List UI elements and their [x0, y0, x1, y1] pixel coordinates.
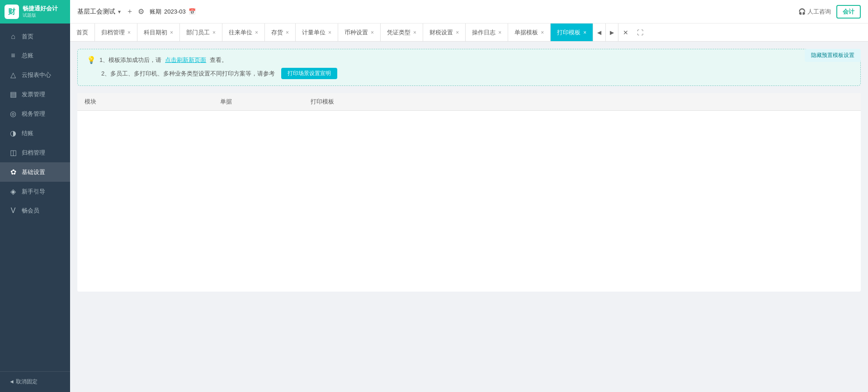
tab-close-operation-log[interactable]: ×	[498, 29, 501, 36]
tab-label: 归档管理	[101, 28, 125, 37]
calendar-icon[interactable]: 📅	[189, 8, 196, 15]
hide-template-btn[interactable]: 隐藏预置模板设置	[805, 49, 861, 62]
tab-label: 打印模板	[557, 28, 580, 37]
tab-scroll-left[interactable]: ◀	[593, 24, 606, 41]
tab-scroll-right[interactable]: ▶	[606, 24, 618, 41]
sidebar-unpin[interactable]: ◄ 取消固定	[0, 371, 70, 392]
tab-tax-settings[interactable]: 财税设置 ×	[423, 24, 466, 41]
period-display: 账期 2023-03 📅	[150, 8, 196, 16]
service-label: 人工咨询	[807, 8, 831, 16]
info-text-1-pre: 1、模板添加成功后，请	[99, 56, 161, 64]
topbar-action-buttons: ＋ ⚙	[126, 7, 144, 16]
sidebar-label-reports: 云报表中心	[22, 71, 51, 79]
sidebar-item-tax[interactable]: ◎ 税务管理	[0, 104, 70, 123]
tab-close-single-voucher[interactable]: ×	[541, 29, 544, 36]
service-button[interactable]: 🎧 人工咨询	[798, 8, 831, 16]
sidebar-label-guide: 新手引导	[22, 188, 45, 196]
sidebar-item-ledger[interactable]: ≡ 总账	[0, 46, 70, 65]
print-scene-btn[interactable]: 打印场景设置宣明	[281, 68, 337, 79]
sidebar-icon-close: ◑	[9, 129, 17, 137]
tabbar: 首页 归档管理 × 科目期初 × 部门员工 × 往来单位 × 存货 × 计量单位…	[70, 24, 868, 42]
tab-close-unit[interactable]: ×	[328, 29, 331, 36]
logo-subtitle: 试题版	[23, 12, 58, 19]
sidebar-label-ledger: 总账	[22, 52, 33, 60]
tab-subject-period[interactable]: 科目期初 ×	[137, 24, 180, 41]
tab-close-dept-staff[interactable]: ×	[212, 29, 216, 36]
period-value: 2023-03	[164, 8, 186, 15]
tab-label: 凭证类型	[387, 28, 410, 37]
tab-close-archive-mgmt[interactable]: ×	[127, 29, 131, 36]
tab-label: 币种设置	[344, 28, 368, 37]
kuaiji-button[interactable]: 会计	[836, 5, 861, 19]
info-box: 💡 1、模板添加成功后，请 点击刷新新页面 查看。 2、多员工、多打印机、多种业…	[77, 49, 861, 86]
tab-close-contact[interactable]: ×	[255, 29, 258, 36]
sidebar-navigation: ⌂ 首页 ≡ 总账 △ 云报表中心 ▤ 发票管理 ◎ 税务管理 ◑ 结账 ◫ 归…	[0, 24, 70, 371]
tab-operation-log[interactable]: 操作日志 ×	[466, 24, 508, 41]
bulb-icon: 💡	[87, 56, 96, 64]
sidebar-icon-reports: △	[9, 71, 17, 79]
sidebar-icon-home: ⌂	[9, 33, 17, 41]
sidebar-icon-invoice: ▤	[9, 90, 17, 99]
sidebar-item-guide[interactable]: ◈ 新手引导	[0, 182, 70, 201]
tab-label: 单据模板	[514, 28, 538, 37]
tab-home[interactable]: 首页	[70, 24, 95, 41]
content-wrapper: 隐藏预置模板设置 💡 1、模板添加成功后，请 点击刷新新页面 查看。 2、多员工…	[77, 49, 861, 292]
unpin-label: ◄ 取消固定	[9, 378, 38, 386]
sidebar-item-reports[interactable]: △ 云报表中心	[0, 65, 70, 85]
company-dropdown-icon[interactable]: ▾	[118, 9, 121, 15]
sidebar-label-archive: 归档管理	[22, 149, 45, 157]
info-text-1-post: 查看。	[210, 56, 227, 64]
tab-close-print-template[interactable]: ×	[583, 29, 586, 36]
sidebar-item-member[interactable]: V 畅会员	[0, 201, 70, 220]
sidebar-icon-archive: ◫	[9, 148, 17, 157]
main-area: 基层工会测试 ▾ ＋ ⚙ 账期 2023-03 📅 🎧 人工咨询 会计 首页 归…	[70, 0, 868, 392]
sidebar-label-tax: 税务管理	[22, 110, 45, 118]
tab-unit[interactable]: 计量单位 ×	[296, 24, 338, 41]
tab-label: 科目期初	[144, 28, 167, 37]
company-selector[interactable]: 基层工会测试 ▾	[77, 8, 121, 16]
sidebar-icon-guide: ◈	[9, 187, 17, 196]
tab-close-voucher-type[interactable]: ×	[413, 29, 416, 36]
sidebar-label-settings: 基础设置	[22, 168, 45, 176]
tab-label: 财税设置	[429, 28, 453, 37]
tab-currency[interactable]: 币种设置 ×	[338, 24, 381, 41]
col-header-module: 模块	[77, 93, 213, 110]
sidebar-item-invoice[interactable]: ▤ 发票管理	[0, 85, 70, 104]
sidebar-label-invoice: 发票管理	[22, 90, 45, 99]
period-label: 账期	[150, 8, 161, 16]
tab-close-tax-settings[interactable]: ×	[456, 29, 459, 36]
sidebar-item-settings[interactable]: ✿ 基础设置	[0, 162, 70, 182]
tab-label: 操作日志	[472, 28, 495, 37]
add-icon[interactable]: ＋	[126, 7, 133, 16]
sidebar-icon-ledger: ≡	[9, 52, 17, 60]
logo-title: 畅捷通好会计	[23, 5, 58, 13]
sidebar-label-close: 结账	[22, 129, 33, 137]
logo-icon: 财	[5, 5, 19, 19]
tab-close-subject-period[interactable]: ×	[170, 29, 173, 36]
sidebar-item-home[interactable]: ⌂ 首页	[0, 27, 70, 46]
info-text-2-pre: 2、多员工、多打印机、多种业务类型设置不同打印方案等，请参考	[101, 70, 275, 78]
tab-close-all[interactable]: ✕	[618, 24, 633, 41]
sidebar-item-close[interactable]: ◑ 结账	[0, 123, 70, 143]
sidebar-item-archive[interactable]: ◫ 归档管理	[0, 143, 70, 162]
tab-voucher-type[interactable]: 凭证类型 ×	[381, 24, 423, 41]
tab-contact[interactable]: 往来单位 ×	[222, 24, 265, 41]
tab-archive-mgmt[interactable]: 归档管理 ×	[95, 24, 137, 41]
print-template-table: 模块 单据 打印模板	[77, 93, 861, 292]
tab-expand[interactable]: ⛶	[633, 24, 647, 41]
tab-dept-staff[interactable]: 部门员工 ×	[180, 24, 222, 41]
tab-close-inventory[interactable]: ×	[286, 29, 289, 36]
tab-close-currency[interactable]: ×	[371, 29, 374, 36]
info-row-1: 💡 1、模板添加成功后，请 点击刷新新页面 查看。	[87, 56, 788, 64]
content-area: 隐藏预置模板设置 💡 1、模板添加成功后，请 点击刷新新页面 查看。 2、多员工…	[70, 42, 868, 392]
settings-icon[interactable]: ⚙	[138, 7, 144, 16]
refresh-link[interactable]: 点击刷新新页面	[165, 56, 206, 64]
tab-print-template[interactable]: 打印模板 ×	[551, 24, 593, 41]
sidebar-icon-settings: ✿	[9, 168, 17, 176]
col-header-document: 单据	[213, 93, 303, 110]
tab-label: 计量单位	[302, 28, 326, 37]
tab-label: 存货	[271, 28, 283, 37]
tab-single-voucher[interactable]: 单据模板 ×	[508, 24, 551, 41]
tab-inventory[interactable]: 存货 ×	[265, 24, 296, 41]
headset-icon: 🎧	[798, 8, 806, 15]
